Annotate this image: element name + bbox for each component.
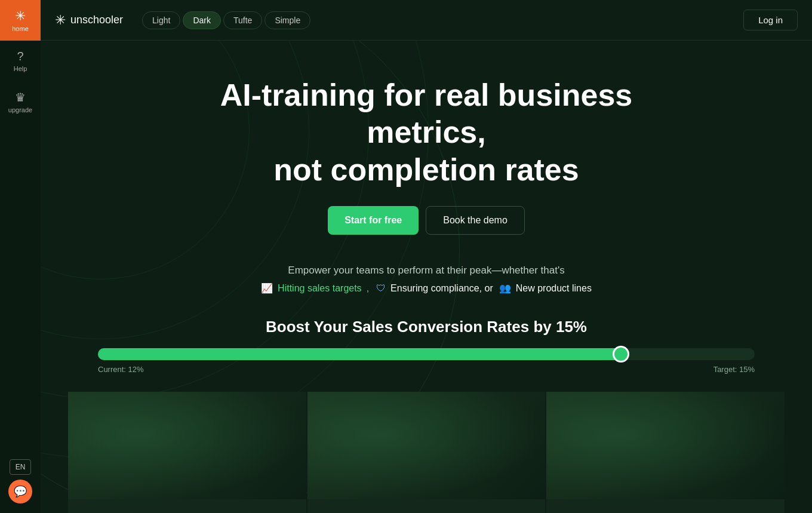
chat-icon: 💬 [14, 485, 27, 498]
help-icon: ? [17, 50, 23, 63]
hero-subtitle: Empower your teams to perform at their p… [288, 265, 564, 277]
sidebar-upgrade-label: upgrade [8, 106, 32, 113]
course-card-3[interactable]: Enhancing Stakeholder Engagement 29% Com… [546, 392, 785, 513]
progress-title: Boost Your Sales Conversion Rates by 15% [98, 318, 755, 336]
progress-thumb [613, 346, 629, 363]
chart-icon: 📈 [261, 282, 273, 294]
sidebar-help-label: Help [14, 65, 27, 72]
shield-icon: 🛡 [376, 283, 386, 294]
topnav: ✳ unschooler Light Dark Tufte Simple Log… [41, 0, 812, 41]
sidebar-item-upgrade[interactable]: ♛ upgrade [0, 81, 41, 122]
card-image-3 [546, 392, 785, 499]
progress-section: Boost Your Sales Conversion Rates by 15%… [98, 318, 755, 392]
sidebar-item-home[interactable]: ✳ home [0, 0, 41, 41]
course-card-2[interactable]: Communication for Enterprise Sales 25% S… [307, 392, 546, 513]
sidebar-home-label: home [12, 25, 29, 32]
progress-target-label: Target: 15% [713, 365, 755, 374]
card-body-1: Sales Blueprint for Quick Wins 62% Close… [68, 499, 306, 513]
card-body-2: Communication for Enterprise Sales 25% S… [307, 499, 546, 513]
tag-sep-1: , [367, 283, 369, 294]
book-demo-button[interactable]: Book the demo [426, 206, 525, 235]
start-free-button[interactable]: Start for free [328, 206, 419, 235]
logo-text: unschooler [70, 14, 123, 26]
logo: ✳ unschooler [55, 13, 123, 28]
card-image-2 [307, 392, 546, 499]
sidebar: ✳ home ? Help ♛ upgrade EN 💬 [0, 0, 41, 513]
theme-switcher: Light Dark Tufte Simple [142, 11, 310, 29]
progress-labels: Current: 12% Target: 15% [98, 365, 755, 374]
language-button[interactable]: EN [10, 459, 31, 475]
hero-tags: 📈 Hitting sales targets , 🛡 Ensuring com… [261, 282, 592, 294]
theme-light-button[interactable]: Light [142, 11, 180, 29]
theme-tufte-button[interactable]: Tufte [223, 11, 262, 29]
login-button[interactable]: Log in [743, 10, 798, 30]
hero-cta-group: Start for free Book the demo [328, 206, 525, 235]
course-card-1[interactable]: Sales Blueprint for Quick Wins 62% Close… [68, 392, 306, 513]
theme-simple-button[interactable]: Simple [264, 11, 310, 29]
progress-current-label: Current: 12% [98, 365, 144, 374]
tag-product-lines: New product lines [516, 283, 592, 294]
logo-star-icon: ✳ [55, 13, 66, 28]
star-icon: ✳ [15, 8, 26, 24]
hero-section: AI-training for real business metrics, n… [41, 41, 812, 513]
card-body-3: Enhancing Stakeholder Engagement 29% Com… [546, 499, 785, 513]
main-content: ✳ unschooler Light Dark Tufte Simple Log… [41, 0, 812, 513]
tag-sales-targets: Hitting sales targets [278, 283, 362, 294]
sidebar-bottom: EN 💬 [8, 459, 32, 503]
theme-dark-button[interactable]: Dark [183, 11, 221, 29]
progress-bar-wrapper [98, 348, 755, 360]
card-image-1 [68, 392, 306, 499]
sidebar-item-help[interactable]: ? Help [0, 41, 41, 81]
hero-title: AI-training for real business metrics, n… [158, 76, 695, 188]
crown-icon: ♛ [15, 90, 26, 105]
chat-button[interactable]: 💬 [8, 480, 32, 503]
tag-compliance: Ensuring compliance, or [390, 283, 493, 294]
people-icon: 👥 [499, 282, 511, 294]
progress-bar-fill [98, 348, 623, 360]
course-cards-section: Sales Blueprint for Quick Wins 62% Close… [68, 392, 785, 513]
